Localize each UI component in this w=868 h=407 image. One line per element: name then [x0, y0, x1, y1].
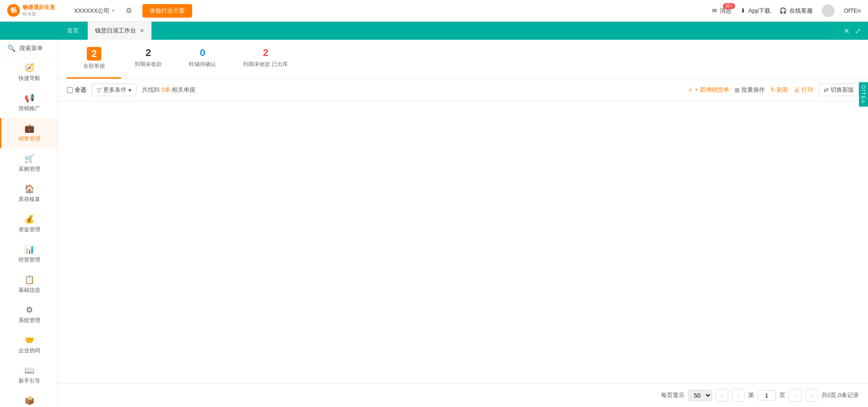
- filter-label: 更多条件: [103, 86, 127, 94]
- sidebar-item-label: 营销推广: [19, 105, 40, 112]
- result-prefix: 共找到: [142, 86, 160, 93]
- batch-label: 批量操作: [741, 86, 765, 94]
- page-suffix-label: 页: [779, 391, 785, 399]
- card-shipped[interactable]: 2 到期未收款 已出库: [230, 40, 302, 79]
- logo-icon: 畅: [7, 4, 20, 17]
- batch-operation-button[interactable]: ⊞ 批量操作: [735, 86, 765, 94]
- online-service-button[interactable]: 🎧 在线客服: [779, 7, 813, 15]
- message-badge: 99+: [723, 3, 735, 9]
- card-overdue-label: 到期未收款: [135, 61, 162, 68]
- avatar[interactable]: [822, 5, 835, 17]
- toolbar-right: ＋ + 新增销货单 ⊞ 批量操作 ↻ 刷新 🖨 打印 ⇄ 切换新版: [687, 84, 859, 96]
- sidebar-item-guide[interactable]: 📖 新手引导: [0, 360, 57, 390]
- settings-button[interactable]: ⚙: [123, 5, 135, 17]
- purchase-icon: 🛒: [24, 154, 34, 164]
- sidebar: 🔍 搜索菜单 🧭 快捷导航 📢 营销推广 💼 销售管理 🛒 采购管理 🏠 库存核…: [0, 40, 58, 407]
- sidebar-item-inventory[interactable]: 🏠 库存核算: [0, 178, 57, 209]
- app-download-label: App下载: [748, 7, 770, 15]
- service-icon: 🎧: [779, 7, 787, 14]
- window-close-icon[interactable]: ✕: [844, 27, 849, 35]
- operations-icon: 📊: [24, 244, 34, 254]
- card-wangpu-count: 0: [200, 47, 205, 59]
- industry-button[interactable]: 体验行业方案: [142, 4, 192, 18]
- card-all-orders[interactable]: 2 全部单据: [67, 40, 121, 79]
- app-center-icon: 📦: [24, 396, 34, 406]
- window-expand-icon[interactable]: ⤢: [855, 27, 861, 35]
- refresh-icon: ↻: [770, 86, 775, 93]
- tab-close-icon[interactable]: ✕: [140, 28, 144, 34]
- card-overdue[interactable]: 2 到期未收款: [121, 40, 175, 79]
- finance-icon: 💰: [24, 214, 34, 224]
- last-page-button[interactable]: »: [805, 389, 818, 402]
- print-button[interactable]: 🖨 打印: [794, 86, 813, 94]
- app-download-button[interactable]: ⬇ App下载: [741, 7, 770, 15]
- card-overdue-count: 2: [146, 47, 151, 59]
- sidebar-item-purchase[interactable]: 🛒 采购管理: [0, 148, 57, 178]
- switch-version-button[interactable]: ⇄ 切换新版: [819, 84, 859, 96]
- system-icon: ⚙: [26, 305, 33, 315]
- often-badge[interactable]: OfTEn: [859, 82, 868, 107]
- tab-home-label: 首页: [67, 27, 79, 35]
- sidebar-item-marketing[interactable]: 📢 营销推广: [0, 88, 57, 118]
- tab-home[interactable]: 首页: [58, 22, 88, 40]
- search-menu-button[interactable]: 🔍 搜索菜单: [0, 40, 57, 57]
- filter-icon: ▽: [97, 87, 101, 94]
- select-all-label: 全选: [75, 86, 86, 94]
- per-page-select[interactable]: 50: [688, 390, 712, 401]
- company-name: XXXXXX公司: [74, 7, 109, 15]
- message-icon: ✉: [712, 7, 717, 14]
- sidebar-item-label: 销售管理: [19, 135, 40, 143]
- add-btn-label: + 新增销货单: [695, 86, 729, 94]
- top-header: 畅 畅捷通好生意 标准版 XXXXXX公司 ▾ ⚙ 体验行业方案 ✉ 消息 99…: [0, 0, 868, 22]
- page-number-input[interactable]: [758, 390, 776, 401]
- checkbox-input[interactable]: [67, 87, 73, 93]
- batch-icon: ⊞: [735, 87, 740, 94]
- sidebar-item-finance[interactable]: 💰 资金管理: [0, 209, 57, 239]
- user-name: OfTEn: [844, 7, 861, 14]
- inventory-icon: 🏠: [24, 184, 34, 194]
- switch-icon: ⇄: [824, 87, 829, 94]
- card-shipped-count: 2: [263, 47, 269, 59]
- megaphone-icon: 📢: [24, 93, 34, 103]
- sidebar-item-basic-info[interactable]: 📋 基础信息: [0, 269, 57, 299]
- result-suffix: 相关单据: [172, 86, 195, 93]
- sidebar-item-operations[interactable]: 📊 经营管理: [0, 239, 57, 269]
- enterprise-icon: 🤝: [24, 335, 34, 345]
- sidebar-item-label: 新手引导: [19, 377, 40, 385]
- add-sales-order-button[interactable]: ＋ + 新增销货单: [687, 86, 729, 94]
- company-selector[interactable]: XXXXXX公司 ▾: [74, 7, 117, 15]
- first-page-button[interactable]: «: [716, 389, 728, 402]
- header-right: ✉ 消息 99+ ⬇ App下载 🎧 在线客服 OfTEn: [712, 5, 861, 17]
- sidebar-item-app-center[interactable]: 📦 应用中心: [0, 390, 57, 407]
- sales-icon: 💼: [24, 123, 34, 133]
- tab-bar: 首页 钱货日清工作台 ✕ ✕ ⤢: [0, 22, 868, 40]
- sidebar-item-label: 企业协同: [19, 347, 40, 355]
- sidebar-item-enterprise[interactable]: 🤝 企业协同: [0, 330, 57, 360]
- first-page-icon: «: [721, 392, 724, 398]
- card-wangpu-label: 旺铺待确认: [189, 61, 216, 68]
- sidebar-item-label: 采购管理: [19, 165, 40, 173]
- per-page-label: 每页显示: [661, 391, 684, 399]
- content-area: 2 全部单据 2 到期未收款 0 旺铺待确认 2 到期未收款 已出库 全选: [58, 40, 868, 407]
- message-button[interactable]: ✉ 消息 99+: [712, 7, 731, 15]
- card-wangpu[interactable]: 0 旺铺待确认: [175, 40, 230, 79]
- result-count: 0条: [161, 86, 170, 93]
- tab-qianhuo-label: 钱货日清工作台: [95, 27, 136, 35]
- sidebar-item-sales[interactable]: 💼 销售管理: [0, 118, 57, 148]
- logo-sub: 标准版: [23, 11, 55, 17]
- prev-page-button[interactable]: ‹: [732, 389, 745, 402]
- tab-qianhuo[interactable]: 钱货日清工作台 ✕: [88, 22, 151, 40]
- refresh-label: 刷新: [777, 86, 788, 93]
- sidebar-item-label: 系统管理: [19, 317, 40, 324]
- card-all-count: 2: [87, 47, 101, 61]
- select-all-checkbox[interactable]: 全选: [67, 86, 86, 94]
- next-page-button[interactable]: ›: [789, 389, 802, 402]
- logo-name: 畅捷通好生意: [23, 4, 55, 10]
- chevron-down-icon: ▾: [128, 87, 132, 94]
- sidebar-item-system[interactable]: ⚙ 系统管理: [0, 299, 57, 330]
- window-controls: ✕ ⤢: [844, 27, 868, 35]
- sidebar-item-quick-nav[interactable]: 🧭 快捷导航: [0, 57, 57, 88]
- filter-button[interactable]: ▽ 更多条件 ▾: [92, 84, 137, 96]
- page-prefix-label: 第: [748, 391, 754, 399]
- refresh-button[interactable]: ↻ 刷新: [770, 86, 789, 94]
